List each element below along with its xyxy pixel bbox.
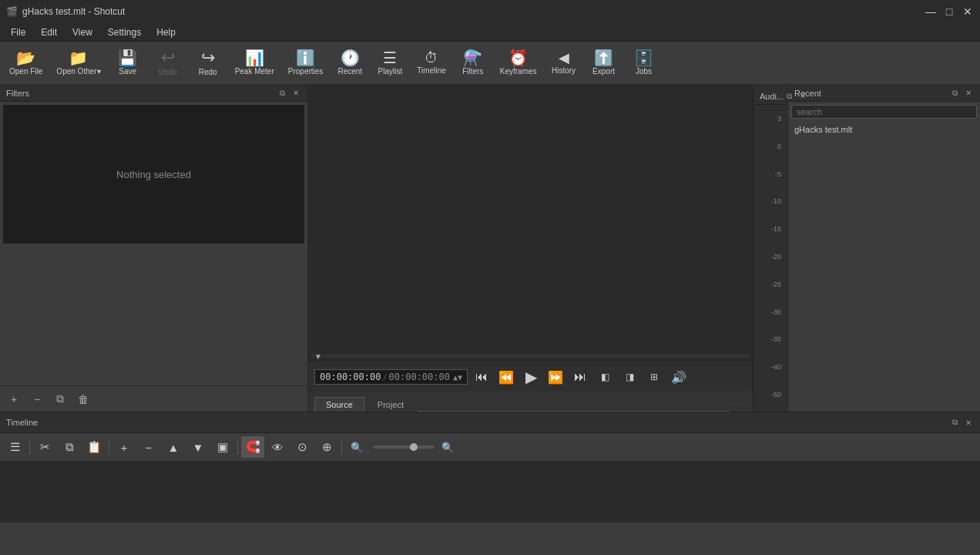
export-button[interactable]: ⬆️ Export [585, 44, 623, 82]
audio-undock-button[interactable]: ⧉ [784, 91, 794, 102]
open-other-button[interactable]: 📁 Open Other▾ [50, 44, 106, 82]
add-filter-button[interactable]: + [3, 390, 25, 409]
timeline-menu-button[interactable]: ☰ [3, 436, 26, 458]
audio-tick-n20: -20 [771, 253, 784, 261]
peak-meter-button[interactable]: 📊 Peak Meter [229, 44, 280, 82]
transport-skip-end-button[interactable]: ⏭ [569, 366, 591, 388]
audio-tick-n15: -15 [771, 225, 784, 233]
save-button[interactable]: 💾 Save [109, 44, 147, 82]
menu-file[interactable]: File [3, 25, 33, 39]
filters-close-button[interactable]: ✕ [290, 88, 301, 99]
tl-divider-2 [109, 439, 109, 455]
close-button[interactable]: ✕ [962, 5, 974, 18]
recent-undock-button[interactable]: ⧉ [949, 88, 960, 99]
time-divider: / [382, 373, 387, 382]
history-button[interactable]: ◀ History [545, 44, 583, 82]
recent-close-button[interactable]: ✕ [963, 88, 974, 99]
copy-filter-button[interactable]: ⧉ [49, 390, 71, 409]
delete-filter-button[interactable]: 🗑 [72, 390, 94, 409]
transport-volume-button[interactable]: 🔊 [668, 366, 690, 388]
timeline-paste-button[interactable]: 📋 [82, 436, 106, 458]
open-other-icon: 📁 [69, 50, 88, 66]
titlebar-controls[interactable]: — □ ✕ [925, 5, 974, 18]
recent-button[interactable]: 🕐 Recent [331, 44, 369, 82]
properties-button[interactable]: ℹ️ Properties [282, 44, 330, 82]
jobs-button[interactable]: 🗄️ Jobs [625, 44, 663, 82]
open-file-button[interactable]: 📂 Open File [3, 44, 49, 82]
timeline-lift-button[interactable]: ▲ [162, 436, 185, 458]
minimize-button[interactable]: — [925, 5, 937, 18]
menu-view[interactable]: View [65, 25, 100, 39]
jobs-icon: 🗄️ [634, 50, 653, 66]
zoom-slider-thumb [410, 443, 418, 451]
timeline-close-button[interactable]: ✕ [963, 417, 974, 428]
menu-edit[interactable]: Edit [33, 25, 65, 39]
timeline-append-button[interactable]: + [112, 436, 136, 458]
play-icon: ▶ [525, 368, 537, 386]
redo-icon: ↪ [201, 49, 215, 66]
timeline-overwrite-button[interactable]: ▣ [211, 436, 234, 458]
transport-rewind-button[interactable]: ⏪ [495, 366, 517, 388]
grid-icon: ⊞ [650, 372, 658, 382]
redo-button[interactable]: ↪ Redo [189, 44, 227, 82]
transport-out-point-button[interactable]: ◨ [619, 366, 640, 388]
recent-search-input[interactable] [791, 105, 977, 119]
out-point-icon: ◨ [626, 372, 634, 382]
filters-button[interactable]: ⚗️ Filters [454, 44, 492, 82]
maximize-button[interactable]: □ [943, 5, 955, 18]
time-display: 00:00:00:00 / 00:00:00:00 ▲▼ [314, 369, 468, 385]
in-point-icon: ◧ [601, 372, 609, 382]
audio-close-button[interactable]: ✕ [797, 91, 808, 102]
timeline-lower-button[interactable]: ▼ [186, 436, 210, 458]
filters-icon: ⚗️ [463, 50, 482, 66]
playlist-label: Playlist [378, 67, 403, 76]
time-spinner[interactable]: ▲▼ [453, 373, 462, 382]
keyframes-button[interactable]: ⏰ Keyframes [494, 44, 543, 82]
zoom-slider[interactable] [373, 446, 435, 449]
playlist-button[interactable]: ☰ Playlist [371, 44, 409, 82]
zoom-out-icon: 🔍 [351, 442, 363, 453]
timeline-ripple-all-button[interactable]: ⊕ [315, 436, 338, 458]
timeline-snap-button[interactable]: 🧲 [241, 436, 264, 458]
undo-icon: ↩ [161, 49, 175, 66]
undo-button[interactable]: ↩ Undo [149, 44, 187, 82]
add-filter-icon: + [11, 393, 17, 405]
menu-settings[interactable]: Settings [100, 25, 149, 39]
source-tab[interactable]: Source [314, 397, 364, 412]
filters-panel: Filters ⧉ ✕ Nothing selected + − ⧉ 🗑 [0, 85, 308, 412]
timeline-cut-button[interactable]: ✂ [33, 436, 56, 458]
timeline-zoom-out-button[interactable]: 🔍 [345, 436, 368, 458]
timeline-title: Timeline [6, 418, 38, 427]
audio-meter-panel: Audi... ⧉ ✕ 3 0 -5 -10 -15 -20 -25 -30 -… [753, 85, 787, 412]
filters-panel-header: Filters ⧉ ✕ [0, 85, 307, 102]
remove-filter-icon: − [34, 393, 40, 405]
filters-undock-button[interactable]: ⧉ [277, 88, 287, 99]
transport-play-button[interactable]: ▶ [520, 366, 542, 388]
timeline-remove-button[interactable]: − [137, 436, 160, 458]
timeline-zoom-in-button[interactable]: 🔍 [436, 436, 459, 458]
project-tab[interactable]: Project [366, 397, 415, 412]
properties-label: Properties [288, 67, 324, 76]
transport-forward-button[interactable]: ⏩ [545, 366, 566, 388]
timeline-ripple-button[interactable]: ⊙ [290, 436, 314, 458]
jobs-label: Jobs [636, 67, 652, 76]
recent-panel-header: Recent ⧉ ✕ [788, 85, 980, 102]
remove-filter-button[interactable]: − [26, 390, 48, 409]
timeline-icon: ⏱ [425, 51, 438, 65]
menu-help[interactable]: Help [149, 25, 183, 39]
timeline-undock-button[interactable]: ⧉ [949, 417, 960, 428]
transport-skip-start-button[interactable]: ⏮ [471, 366, 492, 388]
timeline-scrub-button[interactable]: 👁 [266, 436, 289, 458]
source-project-tabs: Source Project · · · · · [308, 392, 753, 412]
transport-grid-button[interactable]: ⊞ [643, 366, 665, 388]
tl-divider-3 [237, 439, 238, 455]
recent-item-0[interactable]: gHacks test.mlt [788, 122, 980, 137]
timeline-button[interactable]: ⏱ Timeline [411, 44, 451, 82]
timeline-append-icon: + [121, 441, 128, 454]
transport-in-point-button[interactable]: ◧ [594, 366, 616, 388]
recent-panel-controls: ⧉ ✕ [949, 88, 974, 99]
tl-divider-4 [341, 439, 342, 455]
audio-panel-header: Audi... ⧉ ✕ [753, 88, 787, 105]
timeline-copy-button[interactable]: ⧉ [58, 436, 81, 458]
zoom-slider-container[interactable] [373, 446, 435, 449]
